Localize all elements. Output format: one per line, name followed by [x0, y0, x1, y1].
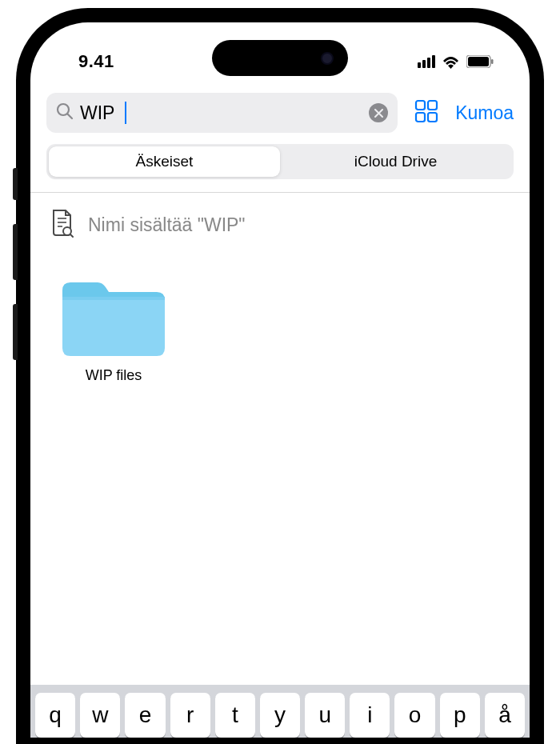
search-icon: [56, 102, 74, 123]
camera-icon: [321, 52, 334, 65]
svg-rect-8: [428, 113, 437, 122]
svg-rect-1: [468, 57, 489, 66]
suggestion-label: Nimi sisältää "WIP": [88, 214, 246, 236]
text-cursor: [125, 102, 126, 124]
keyboard-row-1: q w e r t y u i o p å: [35, 693, 525, 738]
search-input-wrap: [80, 102, 362, 124]
svg-line-13: [70, 234, 73, 237]
key-e[interactable]: e: [125, 693, 165, 738]
results-grid: WIP files: [30, 257, 530, 400]
battery-icon: [466, 55, 494, 68]
key-i[interactable]: i: [350, 693, 390, 738]
svg-line-4: [68, 114, 73, 119]
status-indicators: [418, 55, 494, 69]
search-field[interactable]: [46, 93, 398, 133]
cancel-button[interactable]: Kumoa: [455, 102, 514, 124]
phone-frame: 9.41: [16, 8, 544, 744]
key-r[interactable]: r: [170, 693, 210, 738]
document-search-icon: [50, 209, 74, 241]
key-u[interactable]: u: [305, 693, 345, 738]
keyboard: q w e r t y u i o p å: [30, 685, 530, 738]
search-suggestion-row[interactable]: Nimi sisältää "WIP": [30, 193, 530, 257]
folder-item[interactable]: WIP files: [50, 273, 178, 384]
key-q[interactable]: q: [35, 693, 75, 738]
key-y[interactable]: y: [260, 693, 300, 738]
clear-search-button[interactable]: [369, 103, 388, 122]
cellular-signal-icon: [418, 55, 435, 68]
key-t[interactable]: t: [215, 693, 255, 738]
segment-icloud-drive[interactable]: iCloud Drive: [280, 146, 511, 177]
screen: 9.41: [30, 22, 530, 738]
search-input[interactable]: [80, 102, 128, 124]
phone-side-buttons: [13, 168, 18, 384]
segment-recents[interactable]: Äskeiset: [49, 146, 280, 177]
status-time: 9.41: [78, 51, 114, 72]
key-p[interactable]: p: [440, 693, 480, 738]
search-header: Kumoa: [30, 86, 530, 144]
key-w[interactable]: w: [80, 693, 120, 738]
wifi-icon: [442, 55, 460, 69]
dynamic-island: [212, 40, 348, 76]
key-o[interactable]: o: [394, 693, 434, 738]
svg-rect-2: [491, 59, 494, 64]
grid-view-button[interactable]: [410, 95, 442, 130]
svg-rect-6: [428, 101, 437, 110]
svg-rect-7: [416, 113, 425, 122]
key-a-ring[interactable]: å: [485, 693, 525, 738]
scope-segmented-control: Äskeiset iCloud Drive: [46, 144, 514, 179]
svg-rect-5: [416, 101, 425, 110]
folder-label: WIP files: [86, 367, 142, 384]
folder-icon: [58, 273, 170, 361]
